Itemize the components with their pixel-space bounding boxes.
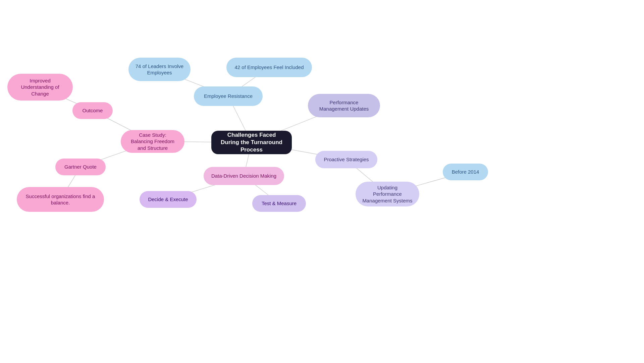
gartner-label: Gartner Quote <box>64 164 97 170</box>
test-measure-node: Test & Measure <box>252 195 306 212</box>
test-measure-label: Test & Measure <box>262 200 297 207</box>
employee-resistance-node: Employee Resistance <box>194 86 263 106</box>
case-study-node: Case Study: Balancing Freedom and Struct… <box>121 130 184 153</box>
successful-label: Successful organizations find a balance. <box>23 193 97 206</box>
outcome-node: Outcome <box>72 102 113 119</box>
leaders-involve-label: 74 of Leaders Involve Employees <box>135 63 184 76</box>
successful-node: Successful organizations find a balance. <box>17 187 104 212</box>
employees-feel-node: 42 of Employees Feel Included <box>226 58 312 77</box>
decide-execute-label: Decide & Execute <box>148 196 188 203</box>
before-2014-node: Before 2014 <box>443 164 488 180</box>
improved-node: Improved Understanding of Change <box>7 74 73 101</box>
performance-mgmt-node: Performance Management Updates <box>308 94 380 117</box>
improved-label: Improved Understanding of Change <box>14 77 66 97</box>
employee-resistance-label: Employee Resistance <box>204 93 253 100</box>
proactive-node: Proactive Strategies <box>315 151 377 168</box>
center-node: Challenges Faced During the Turnaround P… <box>211 131 292 154</box>
employees-feel-label: 42 of Employees Feel Included <box>235 64 304 71</box>
data-driven-node: Data-Driven Decision Making <box>204 167 284 185</box>
before-2014-label: Before 2014 <box>452 169 479 175</box>
performance-mgmt-label: Performance Management Updates <box>315 99 373 112</box>
proactive-label: Proactive Strategies <box>324 156 369 163</box>
updating-perf-label: Updating Performance Management Systems <box>362 184 413 204</box>
outcome-label: Outcome <box>83 107 103 114</box>
gartner-node: Gartner Quote <box>55 159 106 175</box>
data-driven-label: Data-Driven Decision Making <box>211 173 276 179</box>
case-study-label: Case Study: Balancing Freedom and Struct… <box>127 132 178 152</box>
leaders-involve-node: 74 of Leaders Involve Employees <box>128 58 191 81</box>
decide-execute-node: Decide & Execute <box>140 191 197 208</box>
center-label: Challenges Faced During the Turnaround P… <box>218 131 285 154</box>
updating-perf-node: Updating Performance Management Systems <box>356 182 419 206</box>
